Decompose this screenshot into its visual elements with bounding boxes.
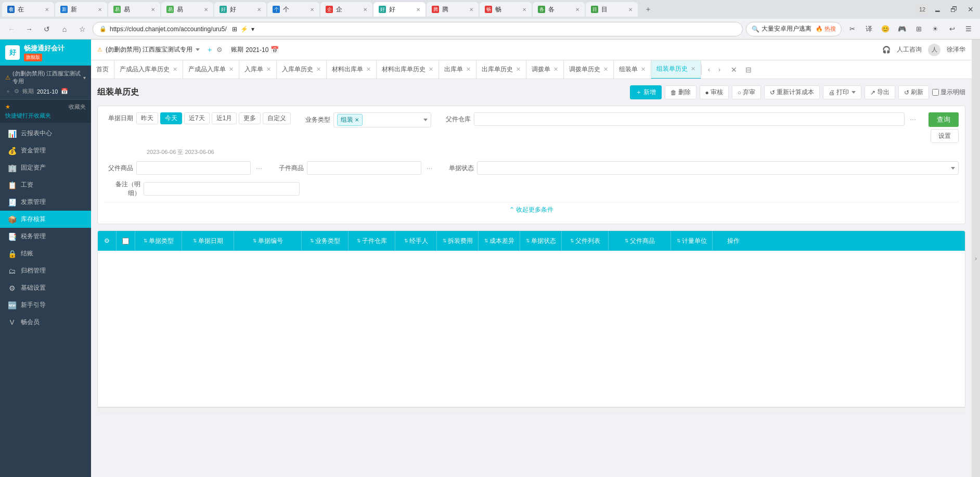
page-tab-11-close[interactable]: ✕ [641,66,646,73]
page-tab-12-close[interactable]: ✕ [691,66,695,72]
restore-window-btn[interactable]: 🗗 [947,2,961,17]
order-status-select[interactable] [477,161,959,175]
period-cal-icon[interactable]: 📅 [270,46,279,54]
sidebar-item-closing[interactable]: 🔒 结账 [0,245,91,262]
browser-tab-11[interactable]: 各 各 ✕ [533,2,585,17]
show-detail-checkbox[interactable] [932,89,939,96]
sidebar-item-finance[interactable]: 💰 资金管理 [0,142,91,159]
company-dropdown-icon[interactable]: ▾ [83,75,86,81]
recalc-btn[interactable]: ↺ 重新计算成本 [764,85,820,99]
select-all-checkbox[interactable] [122,238,129,244]
parent-goods-more-btn[interactable]: ··· [254,163,264,173]
page-tab-3-close[interactable]: ✕ [266,66,271,73]
sidebar-item-assets[interactable]: 🏢 固定资产 [0,159,91,176]
browser-tab-8[interactable]: 好 好 ✕ [373,2,425,17]
browser-tab-6[interactable]: 个 个 ✕ [267,2,319,17]
user-name[interactable]: 徐泽华 [947,45,965,54]
sidebar-item-archive[interactable]: 🗂 归档管理 [0,262,91,279]
close-window-btn[interactable]: ✕ [963,2,978,17]
show-detail-checkbox-label[interactable]: 显示明细 [932,88,965,97]
th-biz[interactable]: ⇅ 业务类型 [302,231,349,251]
sidebar-item-guide[interactable]: 🆕 新手引导 [0,296,91,314]
date-btn-more[interactable]: 更多 [239,112,261,124]
page-tab-8-close[interactable]: ✕ [516,66,521,73]
add-company-icon[interactable]: ＋ [5,87,11,95]
emoji-icon[interactable]: 😊 [878,22,893,36]
game-icon[interactable]: 🎮 [895,22,909,36]
bottom-scrollbar[interactable] [97,407,965,414]
page-tab-12[interactable]: 组装单历史 ✕ [651,60,701,79]
page-tab-6-close[interactable]: ✕ [429,66,433,73]
sidebar-item-inventory[interactable]: 📦 库存核算 [0,211,91,228]
tab-more-btn[interactable]: ⊟ [741,66,756,74]
th-no[interactable]: ⇅ 单据编号 [234,231,302,251]
th-date[interactable]: ⇅ 单据日期 [182,231,234,251]
refresh-btn[interactable]: ↺ 刷新 [898,85,929,99]
query-btn[interactable]: 查询 [929,112,959,127]
tab-close-3[interactable]: ✕ [151,7,155,12]
parent-goods-input[interactable] [136,161,251,175]
forward-btn[interactable]: → [22,22,36,36]
page-tab-10[interactable]: 调拨单历史 ✕ [564,60,614,79]
browser-tab-3[interactable]: 易 易 ✕ [108,2,160,17]
tab-scroll-right-btn[interactable]: › [714,65,725,75]
translate-icon[interactable]: 译 [861,22,876,36]
child-goods-more-btn[interactable]: ··· [424,163,435,173]
date-btn-custom[interactable]: 自定义 [263,112,291,124]
setting-btn[interactable]: 设置 [931,129,959,143]
biz-type-input-area[interactable]: 组装 ✕ [333,112,431,127]
search-bar[interactable]: 🔍 大量安卓用户逃离 🔥 热搜 [746,22,842,36]
page-tab-4-close[interactable]: ✕ [316,66,321,73]
th-cost-diff[interactable]: ⇅ 成本差异 [479,231,520,251]
note-input[interactable] [144,182,300,196]
sidebar-item-salary[interactable]: 📋 工资 [0,176,91,194]
address-dropdown-btn[interactable]: ▾ [251,25,254,33]
page-tab-3[interactable]: 入库单 ✕ [239,60,277,79]
tab-close-9[interactable]: ✕ [469,7,473,12]
th-unit[interactable]: ⇅ 计量单位 [671,231,713,251]
page-tab-1-close[interactable]: ✕ [173,66,177,73]
page-tab-10-close[interactable]: ✕ [603,66,608,73]
back-btn[interactable]: ← [4,22,19,36]
tab-close-6[interactable]: ✕ [310,7,314,12]
child-goods-input[interactable] [307,161,421,175]
browser-tab-10[interactable]: 畅 畅 ✕ [480,2,532,17]
delete-btn[interactable]: 🗑 删除 [665,85,697,99]
add-icon[interactable]: ＋ [206,45,213,55]
th-parent-list[interactable]: ⇅ 父件列表 [562,231,609,251]
home-btn[interactable]: ⌂ [57,22,72,36]
browser-tab-2[interactable]: 新 新 ✕ [55,2,107,17]
tab-count-btn[interactable]: 12 [917,4,928,15]
export-btn[interactable]: ↗ 导出 [865,85,895,99]
date-btn-today[interactable]: 今天 [160,112,182,124]
address-bar[interactable]: 🔒 https://cloud.chanjet.com/accounting/u… [93,22,743,36]
page-tab-home[interactable]: 首页 [91,60,114,79]
th-select-all[interactable] [117,231,135,251]
biz-type-tag-remove[interactable]: ✕ [355,117,359,123]
browser-tab-1[interactable]: 在 在 ✕ [2,2,54,17]
page-tab-6[interactable]: 材料出库单历史 ✕ [377,60,439,79]
th-disassemble[interactable]: ⇅ 拆装费用 [437,231,479,251]
brightness-icon[interactable]: ☀ [928,22,943,36]
undo-icon[interactable]: ↩ [945,22,959,36]
date-btn-1month[interactable]: 近1月 [212,112,237,124]
th-status[interactable]: ⇅ 单据状态 [520,231,562,251]
add-btn[interactable]: ＋ 新增 [630,85,662,99]
scissors-icon[interactable]: ✂ [845,22,859,36]
page-tab-4[interactable]: 入库单历史 ✕ [277,60,327,79]
tab-close-12[interactable]: ✕ [628,7,633,12]
biz-type-dropdown-arrow[interactable] [423,119,428,121]
page-tab-8[interactable]: 出库单历史 ✕ [476,60,526,79]
tab-close-2[interactable]: ✕ [98,7,102,12]
close-all-tabs-btn[interactable]: ✕ [727,66,741,74]
page-tab-11[interactable]: 组装单 ✕ [614,60,651,79]
parent-wh-input[interactable] [474,112,905,126]
company-dropdown-arrow[interactable] [196,48,200,51]
sidebar-item-invoice[interactable]: 🧾 发票管理 [0,194,91,211]
sidebar-item-member[interactable]: V 畅会员 [0,314,91,331]
page-tab-2[interactable]: 产成品入库单 ✕ [183,60,239,79]
bookmark-btn[interactable]: ☆ [75,22,89,36]
new-tab-btn[interactable]: ＋ [641,2,655,17]
date-btn-7days[interactable]: 近7天 [184,112,210,124]
parent-wh-more-btn[interactable]: ··· [908,114,918,124]
